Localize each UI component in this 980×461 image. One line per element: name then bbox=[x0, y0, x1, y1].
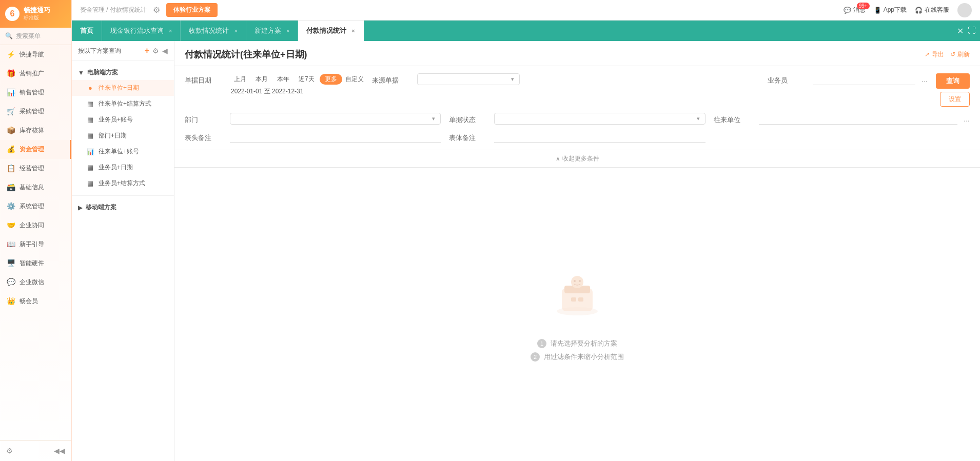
sidebar-item-marketing[interactable]: 🎁 营销推广 bbox=[0, 64, 71, 83]
right-panel: 付款情况统计(往来单位+日期) ↗ 导出 ↺ 刷新 bbox=[174, 41, 980, 461]
date-label: 单据日期 bbox=[185, 73, 226, 85]
sidebar-item-system[interactable]: ⚙️ 系统管理 bbox=[0, 197, 71, 216]
sidebar-item-hardware[interactable]: 🖥️ 智能硬件 bbox=[0, 254, 71, 273]
sidebar-item-guide[interactable]: 📖 新手引导 bbox=[0, 235, 71, 254]
mobile-section-header[interactable]: ▶ 移动端方案 bbox=[72, 200, 174, 215]
message-action[interactable]: 💬 消息 99+ bbox=[844, 6, 866, 14]
source-arrow-icon: ▾ bbox=[511, 76, 514, 83]
sidebar-header: 6 畅捷通巧 标准版 bbox=[0, 0, 71, 28]
status-label: 单据状态 bbox=[449, 113, 490, 125]
date-this-year[interactable]: 本年 bbox=[273, 73, 293, 85]
unit-date-icon: ● bbox=[86, 84, 94, 92]
plan-settings-btn[interactable]: ⚙ bbox=[152, 47, 159, 55]
unit-ellipsis-btn[interactable]: ... bbox=[964, 115, 970, 123]
tree-item-staff-settle[interactable]: ▦ 业务员+结算方式 bbox=[72, 175, 174, 191]
sidebar-item-wechat[interactable]: 💬 企业微信 bbox=[0, 273, 71, 292]
sidebar-item-member[interactable]: 👑 畅会员 bbox=[0, 292, 71, 311]
sidebar-item-operations[interactable]: 📋 经营管理 bbox=[0, 159, 71, 178]
add-plan-btn[interactable]: + bbox=[145, 46, 149, 55]
customer-service-action[interactable]: 🎧 在线客服 bbox=[915, 6, 949, 14]
date-more[interactable]: 更多 bbox=[320, 74, 342, 85]
body-note-label: 表体备注 bbox=[449, 131, 490, 143]
tree-item-unit-account[interactable]: 📊 往来单位+账号 bbox=[72, 144, 174, 159]
svg-point-4 bbox=[574, 280, 576, 282]
message-icon: 💬 bbox=[844, 7, 851, 14]
source-select[interactable]: ▾ bbox=[417, 73, 520, 85]
breadcrumb: 资金管理 / 付款情况统计 bbox=[80, 6, 147, 14]
sidebar-item-purchase[interactable]: 🛒 采购管理 bbox=[0, 102, 71, 121]
tree-item-staff-account[interactable]: ▦ 业务员+账号 bbox=[72, 112, 174, 128]
desktop-section-arrow: ▼ bbox=[78, 69, 84, 76]
tab-receipt-close[interactable]: × bbox=[234, 28, 237, 34]
empty-illustration bbox=[546, 268, 608, 329]
app-download-action[interactable]: 📱 App下载 bbox=[874, 6, 907, 14]
tab-new-plan[interactable]: 新建方案 × bbox=[246, 21, 298, 41]
header-note-input[interactable] bbox=[230, 131, 441, 143]
hint2-num: 2 bbox=[531, 352, 540, 362]
unit-settle-icon: ▦ bbox=[86, 100, 94, 108]
trial-btn[interactable]: 体验行业方案 bbox=[166, 3, 218, 17]
svg-rect-6 bbox=[571, 297, 576, 302]
purchase-icon: 🛒 bbox=[6, 107, 15, 115]
date-prev-month[interactable]: 上月 bbox=[230, 73, 250, 85]
tab-bank-flow-close[interactable]: × bbox=[169, 28, 172, 34]
filter-settings-btn[interactable]: 设置 bbox=[940, 92, 970, 107]
sidebar-item-finance[interactable]: 💰 资金管理 bbox=[0, 140, 71, 159]
collapse-conditions-btn[interactable]: ∧ 收起更多条件 bbox=[556, 154, 599, 163]
tree-item-unit-settle[interactable]: ▦ 往来单位+结算方式 bbox=[72, 96, 174, 112]
tab-bank-flow[interactable]: 现金银行流水查询 × bbox=[102, 21, 181, 41]
staff-input[interactable] bbox=[813, 73, 915, 85]
hardware-icon: 🖥️ bbox=[6, 259, 15, 267]
unit-input[interactable] bbox=[759, 113, 958, 125]
tab-close-btn[interactable]: ✕ bbox=[957, 26, 964, 36]
header-note-label: 表头备注 bbox=[185, 131, 226, 143]
app-icon: 📱 bbox=[874, 7, 881, 14]
sidebar-item-quick-nav[interactable]: ⚡ 快捷导航 bbox=[0, 45, 71, 64]
body-note-input[interactable] bbox=[494, 131, 705, 143]
page-actions: ↗ 导出 ↺ 刷新 bbox=[925, 50, 970, 59]
tab-payment-stats[interactable]: 付款情况统计 × bbox=[298, 21, 363, 41]
sidebar-search[interactable]: 🔍 搜索菜单 bbox=[0, 28, 71, 45]
staff-date-icon: ▦ bbox=[86, 164, 94, 171]
tab-new-plan-close[interactable]: × bbox=[286, 28, 289, 34]
sidebar-item-inventory[interactable]: 📦 库存核算 bbox=[0, 121, 71, 140]
status-select[interactable]: ▾ bbox=[494, 113, 705, 125]
tab-maximize-btn[interactable]: ⛶ bbox=[968, 26, 976, 35]
date-last7[interactable]: 近7天 bbox=[295, 73, 319, 85]
footer-settings-icon[interactable]: ⚙ bbox=[4, 445, 15, 457]
hint1-num: 1 bbox=[537, 339, 546, 348]
staff-account-icon: ▦ bbox=[86, 116, 94, 124]
main-area: 资金管理 / 付款情况统计 ⚙ 体验行业方案 💬 消息 99+ 📱 App下载 … bbox=[72, 0, 980, 461]
refresh-btn[interactable]: ↺ 刷新 bbox=[950, 50, 970, 59]
logo-icon: 6 bbox=[5, 7, 19, 21]
tree-item-staff-date[interactable]: ▦ 业务员+日期 bbox=[72, 159, 174, 175]
desktop-section-header[interactable]: ▼ 电脑端方案 bbox=[72, 65, 174, 80]
date-this-month[interactable]: 本月 bbox=[251, 73, 272, 85]
panel-collapse-btn[interactable]: ◀ bbox=[162, 47, 168, 55]
tree-item-unit-date[interactable]: ● 往来单位+日期 bbox=[72, 80, 174, 96]
empty-state: 1 请先选择要分析的方案 2 用过滤条件来缩小分析范围 bbox=[174, 168, 980, 461]
empty-hint-2: 2 用过滤条件来缩小分析范围 bbox=[531, 352, 624, 362]
dept-select[interactable]: ▾ bbox=[230, 113, 441, 125]
footer-collapse-icon[interactable]: ◀◀ bbox=[52, 445, 67, 457]
tab-home[interactable]: 首页 bbox=[72, 21, 102, 41]
tree-item-dept-date[interactable]: ▦ 部门+日期 bbox=[72, 128, 174, 144]
sidebar-item-sales[interactable]: 📊 销售管理 bbox=[0, 83, 71, 102]
avatar[interactable] bbox=[957, 3, 972, 17]
top-bar-right: 💬 消息 99+ 📱 App下载 🎧 在线客服 bbox=[844, 3, 972, 17]
page-header: 付款情况统计(往来单位+日期) ↗ 导出 ↺ 刷新 bbox=[174, 41, 980, 66]
sidebar-item-enterprise[interactable]: 🤝 企业协同 bbox=[0, 216, 71, 235]
finance-icon: 💰 bbox=[6, 145, 15, 153]
sidebar-item-basics[interactable]: 🗃️ 基础信息 bbox=[0, 178, 71, 197]
topbar-settings-icon[interactable]: ⚙ bbox=[153, 5, 160, 15]
export-btn[interactable]: ↗ 导出 bbox=[925, 50, 944, 59]
left-panel: 按以下方案查询 + ⚙ ◀ ▼ 电脑端方案 ● 往来单位+日期 bbox=[72, 41, 174, 461]
tab-receipt-stats[interactable]: 收款情况统计 × bbox=[181, 21, 246, 41]
enterprise-icon: 🤝 bbox=[6, 221, 15, 229]
query-btn[interactable]: 查询 bbox=[936, 73, 970, 89]
tab-spacer bbox=[364, 21, 953, 41]
tab-payment-close[interactable]: × bbox=[351, 28, 355, 34]
staff-ellipsis-btn[interactable]: ... bbox=[922, 75, 928, 84]
tab-controls: ✕ ⛶ bbox=[953, 21, 980, 41]
dept-date-icon: ▦ bbox=[86, 132, 94, 139]
